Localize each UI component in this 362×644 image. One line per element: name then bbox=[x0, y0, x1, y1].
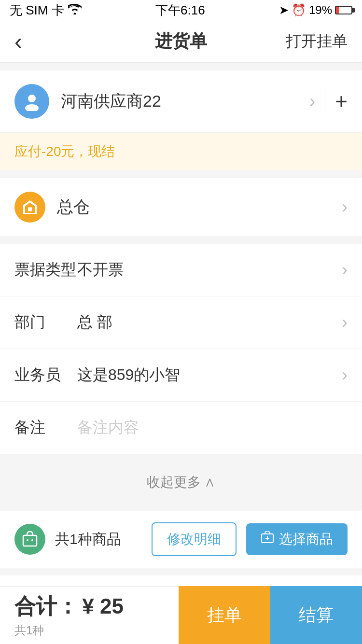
status-left: 无 SIM 卡 bbox=[10, 2, 82, 19]
total-amount: ¥ 25 bbox=[82, 594, 124, 618]
select-product-icon bbox=[261, 531, 274, 548]
back-button[interactable]: ‹ bbox=[14, 28, 22, 55]
supplier-row[interactable]: 河南供应商22 › + bbox=[0, 70, 362, 133]
invoice-type-row[interactable]: 票据类型 不开票 › bbox=[0, 244, 362, 296]
warehouse-card: 总仓 › bbox=[0, 178, 362, 236]
pending-button[interactable]: 挂单 bbox=[179, 586, 270, 644]
invoice-type-value: 不开票 bbox=[77, 259, 342, 280]
alarm-icon: ⏰ bbox=[292, 3, 306, 17]
form-card: 票据类型 不开票 › 部门 总 部 › 业务员 这是859的小智 › 备注 备注… bbox=[0, 244, 362, 454]
remark-label: 备注 bbox=[14, 417, 77, 438]
invoice-type-label: 票据类型 bbox=[14, 259, 77, 280]
battery-percent: 19% bbox=[309, 3, 332, 17]
remark-row[interactable]: 备注 备注内容 bbox=[0, 402, 362, 454]
warehouse-icon bbox=[14, 192, 45, 223]
department-label: 部门 bbox=[14, 312, 77, 333]
status-bar: 无 SIM 卡 下午6:16 ➤ ⏰ 19% bbox=[0, 0, 362, 20]
product-count-label: 共1种商品 bbox=[55, 530, 142, 549]
department-chevron: › bbox=[342, 312, 348, 333]
location-icon: ➤ bbox=[279, 3, 289, 17]
page-title: 进货单 bbox=[155, 29, 207, 53]
battery-icon bbox=[335, 6, 352, 14]
select-product-label: 选择商品 bbox=[279, 530, 333, 548]
salesperson-row[interactable]: 业务员 这是859的小智 › bbox=[0, 349, 362, 402]
department-value: 总 部 bbox=[77, 312, 342, 333]
supplier-avatar bbox=[14, 84, 49, 119]
supplier-chevron-icon: › bbox=[309, 91, 315, 112]
salesperson-value: 这是859的小智 bbox=[77, 364, 342, 386]
product-icon bbox=[14, 524, 45, 555]
settle-button[interactable]: 结算 bbox=[270, 586, 362, 644]
remark-placeholder: 备注内容 bbox=[77, 417, 348, 438]
footer-total-amount: 合计： ¥ 25 bbox=[14, 592, 164, 621]
warehouse-row[interactable]: 总仓 › bbox=[0, 178, 362, 236]
salesperson-chevron: › bbox=[342, 365, 348, 385]
divider bbox=[325, 88, 325, 115]
svg-rect-2 bbox=[23, 535, 37, 546]
status-time: 下午6:16 bbox=[155, 2, 205, 19]
svg-point-0 bbox=[28, 95, 36, 102]
svg-point-1 bbox=[25, 104, 39, 111]
select-product-button[interactable]: 选择商品 bbox=[246, 523, 348, 555]
invoice-type-chevron: › bbox=[342, 260, 348, 280]
svg-point-4 bbox=[31, 539, 33, 541]
collapse-label: 收起更多 ∧ bbox=[147, 475, 216, 490]
footer-total-area: 合计： ¥ 25 共1种 bbox=[0, 586, 179, 644]
supplier-card: 河南供应商22 › + 应付-20元，现结 bbox=[0, 70, 362, 170]
status-right: ➤ ⏰ 19% bbox=[279, 3, 352, 17]
supplier-name: 河南供应商22 bbox=[61, 90, 309, 112]
collapse-card: 收起更多 ∧ bbox=[0, 462, 362, 503]
add-supplier-button[interactable]: + bbox=[335, 89, 348, 113]
sim-signal-text: 无 SIM 卡 bbox=[10, 2, 64, 19]
edit-detail-button[interactable]: 修改明细 bbox=[152, 522, 237, 556]
open-pending-button[interactable]: 打开挂单 bbox=[286, 31, 348, 52]
product-header: 共1种商品 修改明细 选择商品 bbox=[0, 511, 362, 568]
warehouse-chevron-icon: › bbox=[342, 197, 348, 217]
svg-point-3 bbox=[27, 539, 28, 541]
collapse-button[interactable]: 收起更多 ∧ bbox=[0, 462, 362, 503]
supplier-notice: 应付-20元，现结 bbox=[0, 133, 362, 170]
nav-bar: ‹ 进货单 打开挂单 bbox=[0, 20, 362, 63]
wifi-icon bbox=[68, 3, 82, 18]
footer-bar: 合计： ¥ 25 共1种 挂单 结算 bbox=[0, 586, 362, 644]
department-row[interactable]: 部门 总 部 › bbox=[0, 296, 362, 349]
warehouse-name: 总仓 bbox=[57, 196, 342, 218]
total-label: 合计： bbox=[14, 594, 78, 618]
salesperson-label: 业务员 bbox=[14, 364, 77, 386]
footer-total-sub: 共1种 bbox=[14, 623, 164, 638]
